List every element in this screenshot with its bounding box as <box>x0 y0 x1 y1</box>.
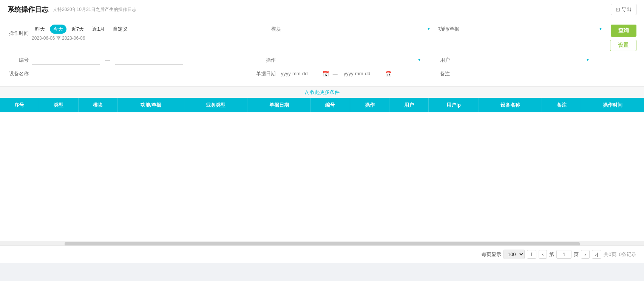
time-btn-近1月[interactable]: 近1月 <box>89 25 108 34</box>
table-body <box>0 112 644 241</box>
settings-button[interactable]: 设置 <box>610 40 636 51</box>
time-buttons: 昨天今天近7天近1月自定义 <box>32 25 131 34</box>
export-icon: ⊡ <box>616 6 620 12</box>
voucher-date-filter-group: 单据日期 📅 — 📅 <box>255 69 423 78</box>
title-area: 系统操作日志 支持2020年10月31日之后产生的操作日志 <box>8 5 136 14</box>
col-单据日期: 单据日期 <box>247 98 310 112</box>
remark-input[interactable] <box>453 69 591 78</box>
time-filter-group: 操作时间 昨天今天近7天近1月自定义 2023-06-06 至 2023-06-… <box>8 25 260 42</box>
filter-panel: 操作时间 昨天今天近7天近1月自定义 2023-06-06 至 2023-06-… <box>0 19 644 86</box>
export-label: 导出 <box>622 6 632 13</box>
operation-chevron-icon: ▾ <box>418 57 420 62</box>
filter-row-3: 设备名称 单据日期 📅 — 📅 备注 <box>8 69 636 78</box>
last-page-button[interactable]: ›| <box>592 250 602 259</box>
col-业务类型: 业务类型 <box>184 98 247 112</box>
module-filter-group: 模块 ▾ <box>260 25 432 33</box>
collapse-bar[interactable]: ⋀ 收起更多条件 <box>0 86 644 98</box>
user-chevron-icon: ▾ <box>587 57 589 62</box>
calendar-to-icon[interactable]: 📅 <box>385 71 392 77</box>
table-header-row: 序号类型模块功能/单据业务类型单据日期编号操作用户用户ip设备名称备注操作时间 <box>0 98 644 112</box>
number-filter-group: 编号 — <box>8 56 255 65</box>
page-size-label: 每页显示 <box>482 251 501 258</box>
user-select[interactable]: ▾ <box>453 56 591 64</box>
page-title: 系统操作日志 <box>8 5 48 14</box>
horizontal-scrollbar[interactable] <box>0 241 644 245</box>
operation-filter-group: 操作 ▾ <box>255 56 423 64</box>
number-input-from[interactable] <box>32 56 100 65</box>
date-to-input[interactable] <box>341 69 383 78</box>
filter-row-2: 编号 — 操作 ▾ 用户 ▾ <box>8 56 636 65</box>
col-模块: 模块 <box>78 98 117 112</box>
number-dash: — <box>103 57 112 63</box>
time-btn-自定义[interactable]: 自定义 <box>110 25 131 34</box>
current-page-input[interactable] <box>556 250 571 259</box>
data-table: 序号类型模块功能/单据业务类型单据日期编号操作用户用户ip设备名称备注操作时间 <box>0 98 644 241</box>
next-page-button[interactable]: › <box>581 250 589 259</box>
col-类型: 类型 <box>39 98 78 112</box>
col-功能/单据: 功能/单据 <box>118 98 184 112</box>
page-subtitle: 支持2020年10月31日之后产生的操作日志 <box>53 6 136 13</box>
module-select[interactable]: ▾ <box>284 25 432 33</box>
col-操作时间: 操作时间 <box>581 98 644 112</box>
time-btn-昨天[interactable]: 昨天 <box>32 25 48 34</box>
query-button[interactable]: 查询 <box>611 25 636 37</box>
page-unit: 页 <box>574 251 579 258</box>
time-btn-今天[interactable]: 今天 <box>50 25 66 34</box>
export-button[interactable]: ⊡ 导出 <box>611 4 636 15</box>
page-label: 第 <box>549 251 554 258</box>
device-input[interactable] <box>32 69 137 78</box>
col-备注: 备注 <box>542 98 581 112</box>
col-用户ip: 用户ip <box>429 98 479 112</box>
operation-label: 操作 <box>255 57 276 64</box>
first-page-button[interactable]: ⊺ <box>527 250 536 259</box>
operation-select[interactable]: ▾ <box>279 56 423 64</box>
time-btn-近7天[interactable]: 近7天 <box>68 25 87 34</box>
voucher-date-label: 单据日期 <box>255 70 276 77</box>
time-value-col: 昨天今天近7天近1月自定义 2023-06-06 至 2023-06-06 <box>32 25 131 42</box>
time-label: 操作时间 <box>8 30 29 37</box>
func-label: 功能/单据 <box>432 26 459 33</box>
col-用户: 用户 <box>389 98 429 112</box>
page-header: 系统操作日志 支持2020年10月31日之后产生的操作日志 ⊡ 导出 <box>0 0 644 19</box>
module-label: 模块 <box>260 26 281 33</box>
scrollbar-thumb[interactable] <box>65 242 580 245</box>
module-chevron-icon: ▾ <box>428 26 430 31</box>
filter-row-1: 操作时间 昨天今天近7天近1月自定义 2023-06-06 至 2023-06-… <box>8 25 636 51</box>
prev-page-button[interactable]: ‹ <box>539 250 547 259</box>
col-序号: 序号 <box>0 98 39 112</box>
remark-filter-group: 备注 <box>423 69 591 78</box>
table-header: 序号类型模块功能/单据业务类型单据日期编号操作用户用户ip设备名称备注操作时间 <box>0 98 644 112</box>
date-from-input[interactable] <box>279 69 320 78</box>
total-text: 共0页, 0条记录 <box>604 251 636 258</box>
number-input-to[interactable] <box>115 56 183 65</box>
device-filter-group: 设备名称 <box>8 69 255 78</box>
user-label: 用户 <box>423 57 450 64</box>
func-chevron-icon: ▾ <box>599 26 602 31</box>
date-dash: — <box>330 71 340 77</box>
remark-label: 备注 <box>423 70 450 77</box>
calendar-from-icon[interactable]: 📅 <box>323 71 329 77</box>
col-操作: 操作 <box>350 98 389 112</box>
action-buttons: 查询 设置 <box>610 25 636 51</box>
page-size-select[interactable]: 102050100 <box>503 250 525 259</box>
time-range-text: 2023-06-06 至 2023-06-06 <box>32 35 131 42</box>
pagination-bar: 每页显示 102050100 ⊺ ‹ 第 页 › ›| 共0页, 0条记录 <box>0 245 644 263</box>
user-filter-group: 用户 ▾ <box>423 56 591 64</box>
col-编号: 编号 <box>310 98 350 112</box>
table-wrapper: 序号类型模块功能/单据业务类型单据日期编号操作用户用户ip设备名称备注操作时间 <box>0 98 644 241</box>
collapse-label: 收起更多条件 <box>310 89 340 96</box>
collapse-icon: ⋀ <box>305 90 309 95</box>
func-select[interactable]: ▾ <box>462 25 604 33</box>
number-label: 编号 <box>8 57 29 64</box>
empty-row <box>0 112 644 241</box>
col-设备名称: 设备名称 <box>479 98 542 112</box>
date-range-group: 📅 — 📅 <box>279 69 392 78</box>
func-filter-group: 功能/单据 ▾ <box>432 25 604 33</box>
device-label: 设备名称 <box>8 70 29 77</box>
